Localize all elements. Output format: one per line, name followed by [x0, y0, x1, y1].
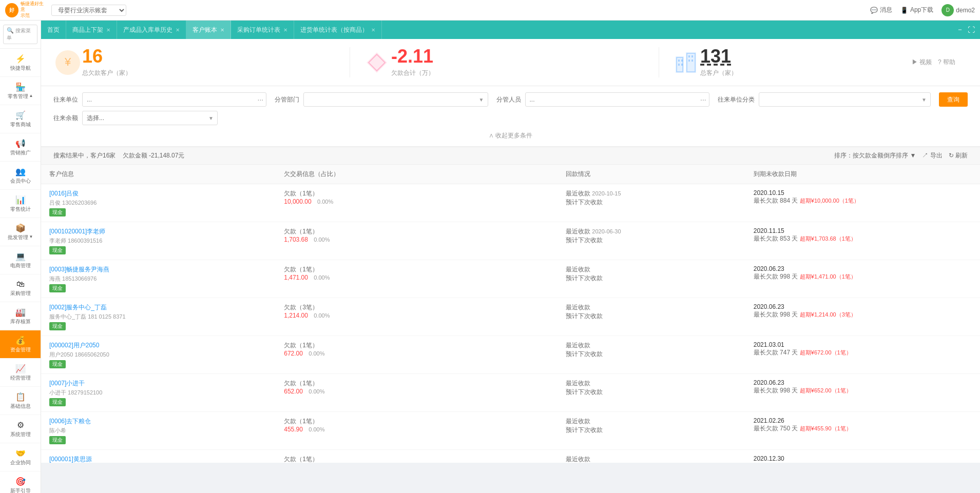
tab-bar: 首页 商品上下架 ✕ 产成品入库单历史 ✕ 客户账本 ✕ 采购订单统计表 ✕ 进… — [41, 21, 980, 39]
status-badge-3: 现金 — [49, 322, 66, 330]
export-btn[interactable]: ↗ 导出 — [922, 151, 942, 160]
sidebar-item-marketing[interactable]: 📢 营销推广 — [0, 133, 41, 162]
tab-customer-account[interactable]: 客户账本 ✕ — [186, 21, 231, 39]
tab-close-customer-account[interactable]: ✕ — [220, 27, 224, 33]
tab-expand-btn[interactable]: ⛶ — [968, 26, 975, 34]
refresh-btn[interactable]: ↻ 刷新 — [949, 151, 968, 160]
source-unit-input[interactable] — [82, 92, 266, 107]
customer-name-6[interactable]: [0006]去下粮仓 — [49, 418, 91, 425]
help-btn[interactable]: ? 帮助 — [938, 58, 955, 67]
nav-selector[interactable]: 母婴行业演示账套 — [51, 5, 126, 16]
unit-category-select[interactable] — [759, 92, 931, 107]
sidebar-item-ecommerce[interactable]: 💻 电商管理 — [0, 246, 41, 274]
source-unit-dots-icon[interactable]: ··· — [258, 95, 264, 104]
customer-name-0[interactable]: [0016]吕俊 — [49, 190, 79, 197]
overdue-link-0[interactable]: 超期¥10,000.00（1笔） — [800, 198, 859, 204]
sidebar-item-operations[interactable]: 📈 经营管理 — [0, 359, 41, 387]
person-input-wrap: ··· — [525, 92, 709, 107]
debt-pct-4: 0.00% — [309, 350, 324, 357]
tab-production[interactable]: 产成品入库单历史 ✕ — [117, 21, 186, 39]
debt-pct-1: 0.00% — [314, 236, 330, 243]
due-date-5: 2020.06.23 — [754, 379, 972, 386]
customer-name-5[interactable]: [0007]小进干 — [49, 380, 85, 387]
dept-select[interactable] — [303, 92, 488, 107]
table-row: [000002]用户2050 用户2050 18665062050 现金 欠款（… — [41, 336, 980, 374]
table-row: [0006]去下粮仓 陈小希 现金 欠款（1笔） 455.90 0.00% 最近… — [41, 412, 980, 450]
overdue-link-1[interactable]: 超期¥1,703.68（1笔） — [800, 235, 856, 242]
tab-home[interactable]: 首页 — [41, 21, 66, 39]
sidebar-item-finance[interactable]: 💰 资金管理 — [0, 330, 41, 359]
system-icon: ⚙ — [17, 420, 24, 430]
due-date-0: 2020.10.15 — [754, 189, 972, 196]
table-row: [0007]小进干 小进干 18279152100 现金 欠款（1笔） 652.… — [41, 374, 980, 412]
debt-amount-3: 1,214.00 0.00% — [284, 312, 549, 319]
query-button[interactable]: 查询 — [939, 92, 968, 107]
cell-debt-7: 欠款（1笔） 429.00 0.00% — [276, 450, 558, 463]
sidebar-item-system[interactable]: ⚙ 系统管理 — [0, 415, 41, 443]
status-badge-1: 现金 — [49, 246, 66, 254]
customer-name-1[interactable]: [0001020001]李老师 — [49, 228, 105, 235]
result-bar: 搜索结果中，客户16家 欠款金额 -21,148.07元 排序：按欠款金额倒序排… — [41, 147, 980, 165]
sidebar-search-btn[interactable]: 🔍 搜索菜单 — [3, 25, 37, 44]
retail-stats-icon: 📊 — [15, 195, 26, 205]
sidebar-item-inventory[interactable]: 🏭 库存核算 — [0, 302, 41, 330]
table-row: [000001]黄思源 黄思源 13552700226 现金 欠款（1笔） 42… — [41, 450, 980, 463]
tab-minus-btn[interactable]: － — [956, 25, 964, 34]
overdue-link-6[interactable]: 超期¥455.90（1笔） — [800, 425, 852, 431]
tab-close-purchase-order[interactable]: ✕ — [283, 27, 287, 33]
stat-icon-building — [671, 48, 700, 77]
tab-purchase-order[interactable]: 采购订单统计表 ✕ — [231, 21, 294, 39]
cell-customer-info-7: [000001]黄思源 黄思源 13552700226 现金 — [41, 450, 276, 463]
customer-name-3[interactable]: [0002]服务中心_丁磊 — [49, 304, 107, 311]
top-right: 💬 消息 📱 App下载 D demo2 — [870, 4, 975, 16]
sidebar-item-quick-nav[interactable]: ⚡ 快捷导航 — [0, 49, 41, 77]
sort-arrow-icon: ▼ — [910, 152, 916, 159]
overdue-link-5[interactable]: 超期¥652.00（1笔） — [800, 387, 852, 393]
person-label: 分管人员 — [496, 95, 521, 104]
customer-name-2[interactable]: [0003]畅捷服务尹海燕 — [49, 266, 109, 273]
tab-inbound-stats[interactable]: 进货单统计表（按商品） ✕ — [294, 21, 382, 39]
sidebar-item-purchase[interactable]: 🛍 采购管理 — [0, 274, 41, 302]
overdue-link-2[interactable]: 超期¥1,471.00（1笔） — [800, 273, 856, 280]
overdue-link-3[interactable]: 超期¥1,214.00（3笔） — [800, 311, 856, 318]
tab-products[interactable]: 商品上下架 ✕ — [66, 21, 117, 39]
due-date-3: 2020.06.23 — [754, 303, 972, 310]
filter-collapse-btn[interactable]: ∧ 收起更多条件 — [53, 129, 968, 142]
tab-close-inbound-stats[interactable]: ✕ — [371, 27, 375, 33]
debt-pct-2: 0.00% — [314, 274, 330, 281]
unit-category-select-wrap: ▼ — [759, 92, 931, 107]
return-label-0: 最近收款 2020-10-15 — [566, 189, 737, 198]
user-avatar-area[interactable]: D demo2 — [941, 4, 975, 16]
person-dots-icon[interactable]: ··· — [700, 95, 706, 104]
customer-name-7[interactable]: [000001]黄思源 — [49, 456, 92, 463]
overdue-link-4[interactable]: 超期¥672.00（1笔） — [800, 349, 852, 356]
sidebar-item-base-info[interactable]: 📋 基础信息 — [0, 387, 41, 415]
stat-info-amount: -2.11 欠款合计（万） — [391, 47, 646, 77]
sidebar-item-newbie[interactable]: 🎯 新手引导 — [0, 471, 41, 493]
status-badge-4: 现金 — [49, 360, 66, 368]
next-payment-label-2: 预计下次收款 — [566, 274, 737, 283]
next-payment-label-6: 预计下次收款 — [566, 426, 737, 435]
tab-bar-controls: － ⛶ — [947, 25, 980, 34]
debt-amount-4: 672.00 0.00% — [284, 350, 549, 357]
sidebar-item-batch-mgmt[interactable]: 📦 批发管理▼ — [0, 218, 41, 246]
tab-close-products[interactable]: ✕ — [106, 27, 110, 33]
app-download-btn[interactable]: 📱 App下载 — [900, 6, 933, 14]
video-btn[interactable]: ▶ 视频 — [912, 58, 932, 67]
sidebar-item-retail-store[interactable]: 🛒 零售商城 — [0, 105, 41, 133]
due-date-4: 2021.03.01 — [754, 341, 972, 348]
cell-debt-3: 欠款（3笔） 1,214.00 0.00% — [276, 298, 558, 336]
cell-due-2: 2020.06.23 最长欠款 998 天 超期¥1,471.00（1笔） — [745, 260, 980, 298]
sidebar-item-enterprise[interactable]: 🤝 企业协同 — [0, 443, 41, 471]
sidebar-item-retail-stats[interactable]: 📊 零售统计 — [0, 190, 41, 218]
sidebar-item-member[interactable]: 👥 会员中心 — [0, 162, 41, 190]
message-btn[interactable]: 💬 消息 — [870, 6, 892, 14]
filter-unit-category: 往来单位分类 ▼ — [718, 92, 931, 107]
balance-select[interactable]: 选择... — [82, 111, 218, 125]
person-input[interactable] — [525, 92, 709, 107]
tab-close-production[interactable]: ✕ — [176, 27, 180, 33]
customer-name-4[interactable]: [000002]用户2050 — [49, 342, 99, 349]
sidebar-item-retail-mgmt[interactable]: 🏪 零售管理▲ — [0, 77, 41, 105]
stat-icon-diamond — [362, 48, 391, 77]
top-bar: 好 畅捷通好生意 示范 母婴行业演示账套 💬 消息 📱 App下载 D demo… — [0, 0, 980, 21]
